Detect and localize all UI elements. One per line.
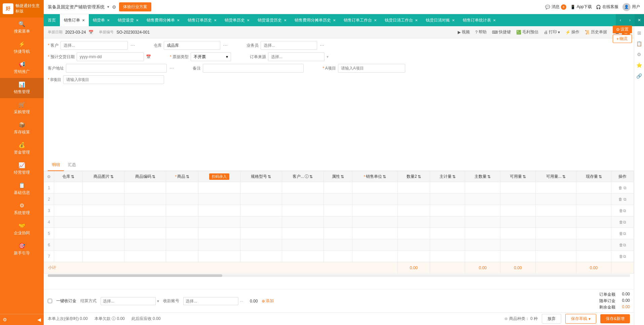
one-click-checkbox[interactable]	[48, 299, 52, 303]
discard-button[interactable]: 放弃	[542, 314, 561, 324]
tab-expense-history[interactable]: 销售费用分摊单历史 ✕	[291, 14, 340, 26]
save-new-button[interactable]: 保存&新增	[600, 314, 630, 323]
row-unit[interactable]	[352, 182, 397, 194]
delivery-date-picker-icon[interactable]: 📅	[146, 54, 151, 59]
operation-btn[interactable]: ⚡ 操作	[563, 29, 581, 36]
row-product[interactable]	[166, 182, 198, 194]
customer-input[interactable]	[61, 41, 128, 50]
address-input[interactable]	[66, 64, 167, 73]
system-dropdown[interactable]: ▾	[107, 5, 109, 9]
warehouse-input[interactable]	[164, 41, 220, 50]
sort-icon[interactable]: ⇅	[268, 174, 271, 179]
tab-return-history[interactable]: 销货退货历史 ✕	[254, 14, 291, 26]
tab-daily-reconcile[interactable]: 钱货日清对账 ✕	[422, 14, 459, 26]
sidebar-item-basic-info[interactable]: 📋 基础信息	[0, 179, 44, 199]
sort-icon[interactable]: ⇅	[562, 174, 566, 179]
row-code[interactable]	[124, 194, 166, 205]
sidebar-item-enterprise[interactable]: 🤝 企业协同	[0, 219, 44, 239]
row-customer[interactable]	[282, 182, 324, 194]
settings-btn[interactable]: ⚙ 设置	[613, 26, 632, 33]
history-btn[interactable]: 📜 历史单据	[583, 29, 609, 36]
horizontal-scrollbar[interactable]	[48, 274, 630, 277]
row-main-qty[interactable]	[465, 194, 500, 205]
logistics-btn[interactable]: + 物流	[613, 35, 632, 43]
sort-icon[interactable]: ⇅	[309, 174, 313, 179]
row-warehouse[interactable]	[54, 194, 83, 205]
warehouse-more-icon[interactable]: ···	[223, 42, 227, 48]
date-picker-icon[interactable]: 📅	[88, 30, 93, 35]
tab-sales-workbench[interactable]: 销售订单工作台 ✕	[340, 14, 381, 26]
add-payment-btn[interactable]: ⊕ 添加	[262, 298, 274, 304]
sidebar-item-guide[interactable]: 🎯 新手引导	[0, 239, 44, 259]
delete-icon[interactable]: 🗑	[619, 243, 623, 247]
tab-invoice[interactable]: 销货单 ✕	[89, 14, 114, 26]
tab-invoice-history[interactable]: 销货单历史 ✕	[221, 14, 254, 26]
sort-icon[interactable]: ⇅	[152, 174, 155, 179]
profit-btn[interactable]: 💹 毛利预估	[514, 29, 540, 36]
row-attr[interactable]	[324, 182, 352, 194]
copy-icon[interactable]: ⧉	[623, 231, 626, 236]
note-input[interactable]	[203, 64, 304, 73]
scan-button[interactable]: 扫码录入	[209, 173, 229, 180]
copy-icon[interactable]: ⧉	[623, 197, 627, 202]
right-panel-icon-4[interactable]: ⭐	[635, 61, 643, 69]
address-more-icon[interactable]: ···	[169, 65, 174, 71]
sort-icon[interactable]: ⇅	[186, 174, 189, 179]
row-product[interactable]	[166, 194, 198, 205]
order-source-input[interactable]	[268, 52, 325, 61]
sidebar-item-sales[interactable]: 📊 销售管理	[0, 78, 44, 98]
b-project-input[interactable]	[63, 75, 164, 84]
settings-icon[interactable]: ⚙	[112, 4, 116, 10]
row-qty2[interactable]	[397, 194, 430, 205]
col-gear[interactable]: ⚙	[44, 171, 54, 182]
sort-icon[interactable]: ⇅	[599, 174, 602, 179]
delete-icon[interactable]: 🗑	[619, 220, 623, 225]
tab-sales-return[interactable]: 销货退货 ✕	[114, 14, 143, 26]
right-panel-icon-2[interactable]: 📋	[635, 40, 643, 48]
row-customer[interactable]	[282, 194, 324, 205]
sort-icon[interactable]: ⇅	[341, 174, 344, 179]
right-panel-icon-1[interactable]: ⊞	[635, 29, 643, 37]
nav-prev-icon[interactable]: ‹	[616, 14, 625, 26]
tab-detail[interactable]: 明细	[48, 159, 64, 171]
delete-icon[interactable]: 🗑	[618, 186, 622, 190]
sort-icon[interactable]: ⇅	[418, 174, 421, 179]
delivery-date-input[interactable]	[77, 52, 144, 61]
sidebar-item-marketing[interactable]: 📢 营销推广	[0, 58, 44, 78]
tab-home[interactable]: 首页	[44, 14, 60, 26]
shortcut-btn[interactable]: ⌨ 快捷键	[490, 29, 513, 36]
sidebar-item-system[interactable]: ⚙ 系统管理	[0, 199, 44, 219]
account-more-icon[interactable]: ···	[240, 299, 243, 303]
app-download-btn[interactable]: 📱 App下载	[570, 4, 592, 10]
video-btn[interactable]: ▶ 视频	[456, 29, 472, 36]
table-settings-icon[interactable]: ⚙	[47, 174, 51, 179]
sort-icon[interactable]: ⇅	[71, 174, 74, 179]
scrollbar-thumb[interactable]	[48, 274, 222, 277]
row-qty2[interactable]	[397, 182, 430, 194]
row-spec[interactable]	[240, 182, 282, 194]
delete-icon[interactable]: 🗑	[619, 254, 623, 259]
right-panel-icon-5[interactable]: 🔗	[635, 72, 643, 80]
copy-icon[interactable]: ⧉	[623, 220, 626, 225]
settlement-dropdown-icon[interactable]: ▾	[157, 299, 159, 303]
sort-icon[interactable]: ⇅	[523, 174, 526, 179]
customer-more-icon[interactable]: ···	[130, 42, 135, 48]
row-code[interactable]	[124, 182, 166, 194]
copy-icon[interactable]: ⧉	[623, 208, 626, 213]
sidebar-item-management[interactable]: 📈 经营管理	[0, 159, 44, 179]
print-btn[interactable]: 🖨 打印 ▾	[542, 29, 562, 36]
tab-sales-order-history[interactable]: 销售订单历史 ✕	[184, 14, 221, 26]
tab-daily-workbench[interactable]: 钱货日清工作台 ✕	[381, 14, 422, 26]
chevron-down-icon[interactable]: ▾	[589, 317, 591, 321]
message-btn[interactable]: 💬 消息 8	[545, 4, 566, 10]
sidebar-item-finance[interactable]: 💰 资金管理	[0, 138, 44, 159]
order-source-dropdown-icon[interactable]: ▾	[327, 54, 329, 59]
info-icon[interactable]: ⓘ	[305, 174, 309, 179]
right-panel-icon-3[interactable]: ⚙	[635, 50, 643, 58]
sort-icon[interactable]: ⇅	[452, 174, 456, 179]
sort-icon[interactable]: ⇅	[487, 174, 491, 179]
nav-close-all-icon[interactable]: ✕	[635, 14, 644, 26]
row-unit[interactable]	[352, 194, 397, 205]
nav-next-icon[interactable]: ›	[625, 14, 635, 26]
tab-close-icon[interactable]: ✕	[82, 18, 85, 22]
